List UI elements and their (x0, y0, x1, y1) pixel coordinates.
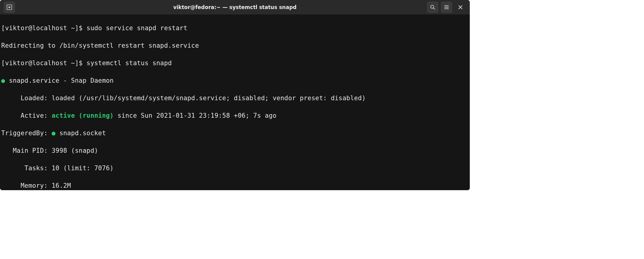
prompt-line: [viktor@localhost ~]$ sudo service snapd… (1, 24, 469, 33)
command-text: sudo service snapd restart (87, 24, 187, 32)
search-button[interactable] (427, 2, 438, 13)
status-bullet-icon: ● (1, 77, 5, 84)
new-tab-button[interactable] (4, 2, 15, 13)
tasks-line: Tasks: 10 (limit: 7076) (1, 164, 469, 173)
terminal-window: viktor@fedora:~ — systemctl status snapd… (0, 0, 470, 190)
new-tab-icon (6, 4, 12, 10)
window-title: viktor@fedora:~ — systemctl status snapd (0, 4, 470, 10)
service-header: ● snapd.service - Snap Daemon (1, 76, 469, 85)
active-line: Active: active (running) since Sun 2021-… (1, 111, 469, 120)
svg-point-3 (431, 5, 434, 8)
status-bullet-icon: ● (52, 130, 56, 137)
svg-line-4 (434, 8, 435, 10)
socket-name: snapd.socket (56, 130, 106, 137)
close-icon (458, 5, 463, 10)
memory-line: Memory: 16.2M (1, 181, 469, 190)
mainpid-line: Main PID: 3998 (snapd) (1, 146, 469, 155)
prompt-line: [viktor@localhost ~]$ systemctl status s… (1, 59, 469, 68)
triggered-line: TriggeredBy: ● snapd.socket (1, 129, 469, 138)
active-state: active (running) (52, 112, 114, 119)
hamburger-icon (444, 5, 449, 10)
loaded-line: Loaded: loaded (/usr/lib/systemd/system/… (1, 94, 469, 103)
command-text: systemctl status snapd (87, 59, 172, 67)
search-icon (430, 5, 435, 10)
output-line: Redirecting to /bin/systemctl restart sn… (1, 41, 469, 50)
service-name: snapd.service - Snap Daemon (5, 77, 114, 84)
terminal-output[interactable]: [viktor@localhost ~]$ sudo service snapd… (0, 14, 470, 190)
titlebar[interactable]: viktor@fedora:~ — systemctl status snapd (0, 0, 470, 14)
hamburger-menu-button[interactable] (441, 2, 452, 13)
shell-prompt: [viktor@localhost ~]$ (1, 24, 87, 32)
close-button[interactable] (455, 2, 466, 13)
shell-prompt: [viktor@localhost ~]$ (1, 59, 87, 67)
